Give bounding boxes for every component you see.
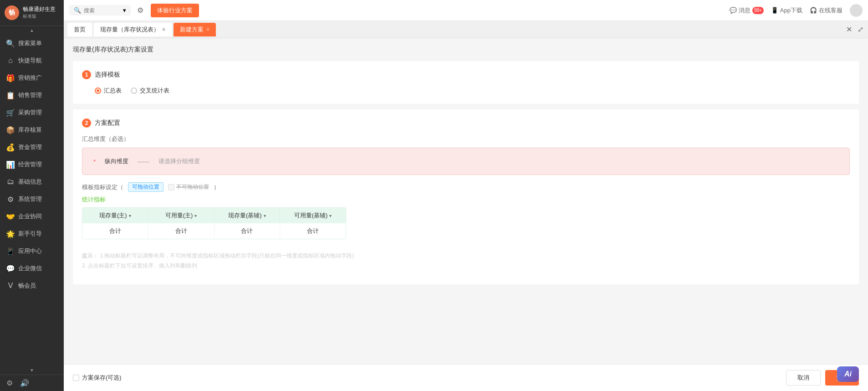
tab-inventory-close[interactable]: × bbox=[162, 26, 165, 33]
topbar-search-box[interactable]: 🔍 ▾ bbox=[69, 5, 131, 15]
tab-new-scheme[interactable]: 新建方案 × bbox=[174, 23, 216, 36]
sidebar-bottom: ⚙ 🔊 bbox=[0, 375, 64, 391]
customer-service-label: 在线客服 bbox=[819, 6, 842, 15]
phone-icon: 📱 bbox=[6, 247, 15, 255]
dropdown-arrow[interactable]: ▾ bbox=[123, 7, 126, 14]
customer-service-btn[interactable]: 🎧 在线客服 bbox=[810, 6, 842, 15]
trial-btn[interactable]: 体验行业方案 bbox=[151, 4, 199, 17]
col-2-chevron[interactable]: ▾ bbox=[194, 213, 197, 218]
sidebar-scroll-down[interactable]: ▼ bbox=[0, 366, 64, 375]
tip-2: 2. 点击标题栏下拉可设置排序、插入列和删除列 bbox=[82, 261, 850, 271]
message-btn[interactable]: 💬 消息 99+ bbox=[730, 6, 764, 15]
page-title: 现存量(库存状况表)方案设置 bbox=[73, 46, 859, 54]
col-2-label: 可用量(主) bbox=[165, 211, 193, 220]
sidebar-item-purchase[interactable]: 🛒 采购管理 bbox=[0, 104, 64, 121]
footer-bar: 方案保存(可选) 取消 查询 bbox=[64, 364, 868, 391]
search-icon: 🔍 bbox=[6, 39, 15, 47]
message-icon: 💬 bbox=[730, 7, 737, 14]
app-download-btn[interactable]: 📱 App下载 bbox=[771, 6, 802, 15]
tab-home[interactable]: 首页 bbox=[67, 23, 92, 36]
speaker-bottom-icon[interactable]: 🔊 bbox=[20, 379, 29, 387]
sidebar-scroll-up[interactable]: ▲ bbox=[0, 26, 64, 35]
app-edition: 标准版 bbox=[23, 13, 56, 20]
sidebar-item-label: 快捷导航 bbox=[18, 57, 42, 65]
headset-icon: 🎧 bbox=[810, 7, 817, 14]
indicator-settings: 模板指标设定（ 可拖动位置 不可拖动位置 ） 统计指标 现存量(主) ▾ bbox=[82, 182, 850, 239]
user-avatar[interactable] bbox=[850, 4, 863, 17]
dimension-dash: —— bbox=[138, 158, 149, 165]
ai-float-btn[interactable]: Ai bbox=[837, 366, 859, 382]
step2-badge: 2 bbox=[82, 118, 91, 128]
non-draggable-tag: 不可拖动位置 bbox=[168, 183, 209, 191]
tabbar-controls: ✕ ⤢ bbox=[845, 24, 864, 35]
col-1-header[interactable]: 现存量(主) ▾ bbox=[82, 208, 148, 223]
radio-summary-circle bbox=[95, 87, 101, 94]
section-config: 2 方案配置 汇总维度（必选） * 纵向维度 —— 请选择分组维度 模板指标设定… bbox=[73, 109, 859, 284]
save-checkbox-box[interactable] bbox=[73, 375, 79, 381]
folder-icon: 🗂 bbox=[6, 178, 15, 186]
dimension-area[interactable]: * 纵向维度 —— 请选择分组维度 bbox=[82, 148, 850, 175]
save-checkbox[interactable]: 方案保存(可选) bbox=[73, 374, 122, 382]
handshake-icon: 🤝 bbox=[6, 212, 15, 221]
search-icon: 🔍 bbox=[74, 7, 81, 14]
col-1-label: 现存量(主) bbox=[99, 211, 127, 220]
sidebar-item-label: 销售管理 bbox=[18, 91, 42, 99]
sidebar-item-inventory[interactable]: 📦 库存核算 bbox=[0, 121, 64, 139]
vertical-dimension-label: 纵向维度 bbox=[105, 157, 128, 165]
sidebar-item-enterprise[interactable]: 🤝 企业协同 bbox=[0, 208, 64, 225]
col-2-body: 合计 bbox=[148, 223, 214, 239]
sales-icon: 📋 bbox=[6, 91, 15, 99]
app-name: 畅康通好生意 bbox=[23, 6, 56, 13]
logo-icon: 畅 bbox=[5, 5, 19, 20]
sidebar-item-operation[interactable]: 📊 经营管理 bbox=[0, 156, 64, 173]
col-3-chevron[interactable]: ▾ bbox=[264, 213, 266, 218]
tab-new-scheme-label: 新建方案 bbox=[180, 26, 204, 34]
main-area: 🔍 ▾ ⚙ 体验行业方案 💬 消息 99+ 📱 App下载 🎧 在线客服 bbox=[64, 0, 868, 391]
sidebar-item-member[interactable]: V 畅会员 bbox=[0, 277, 64, 294]
sidebar-item-system[interactable]: ⚙ 系统管理 bbox=[0, 190, 64, 208]
cancel-button[interactable]: 取消 bbox=[786, 370, 821, 386]
sidebar-item-label: 采购管理 bbox=[18, 108, 42, 117]
tip-1: 1.拖动标题栏可以调整布局，不可跨维度或指标区域拖动栏目字段(只能在同一维度或指… bbox=[100, 252, 354, 259]
stats-body: 合计 合计 合计 合计 bbox=[82, 223, 346, 239]
search-input[interactable] bbox=[84, 7, 120, 14]
close-panel-btn[interactable]: ✕ bbox=[845, 24, 853, 35]
col-4-header[interactable]: 可用量(基辅) ▾ bbox=[280, 208, 346, 223]
tip-title: 提示： 1.拖动标题栏可以调整布局，不可跨维度或指标区域拖动栏目字段(只能在同一… bbox=[82, 251, 850, 261]
tips-section: 提示： 1.拖动标题栏可以调整布局，不可跨维度或指标区域拖动栏目字段(只能在同一… bbox=[82, 247, 850, 275]
sidebar-item-finance[interactable]: 💰 资金管理 bbox=[0, 139, 64, 156]
section1-title: 选择模板 bbox=[95, 71, 120, 79]
topbar-gear-icon[interactable]: ⚙ bbox=[137, 6, 143, 15]
radio-cross-label: 交叉统计表 bbox=[140, 87, 169, 95]
settings-bottom-icon[interactable]: ⚙ bbox=[6, 379, 13, 387]
radio-cross-circle bbox=[131, 87, 137, 94]
tab-inventory-label: 现存量（库存状况表） bbox=[100, 26, 159, 34]
sidebar-item-label: 搜索菜单 bbox=[18, 39, 42, 47]
step1-badge: 1 bbox=[82, 70, 91, 79]
sidebar-item-sales[interactable]: 📋 销售管理 bbox=[0, 87, 64, 104]
sidebar-item-app[interactable]: 📱 应用中心 bbox=[0, 242, 64, 260]
sidebar-logo: 畅 畅康通好生意 标准版 bbox=[0, 0, 64, 26]
radio-cross[interactable]: 交叉统计表 bbox=[131, 87, 169, 95]
expand-panel-btn[interactable]: ⤢ bbox=[857, 24, 864, 35]
home-icon: ⌂ bbox=[6, 57, 15, 65]
sidebar-nav: 🔍 搜索菜单 ⌂ 快捷导航 🎁 营销推广 📋 销售管理 🛒 采购管理 📦 库存核… bbox=[0, 35, 64, 366]
tab-inventory-status[interactable]: 现存量（库存状况表） × bbox=[94, 23, 172, 36]
sidebar-item-wechat[interactable]: 💬 企业微信 bbox=[0, 260, 64, 277]
sidebar-item-base[interactable]: 🗂 基础信息 bbox=[0, 173, 64, 190]
tab-new-scheme-close[interactable]: × bbox=[206, 26, 209, 33]
radio-summary[interactable]: 汇总表 bbox=[95, 87, 122, 95]
vip-icon: V bbox=[6, 282, 15, 290]
message-badge: 99+ bbox=[752, 7, 764, 14]
col-1-chevron[interactable]: ▾ bbox=[129, 213, 131, 218]
sidebar-item-nav[interactable]: ⌂ 快捷导航 bbox=[0, 52, 64, 69]
col-2-header[interactable]: 可用量(主) ▾ bbox=[148, 208, 214, 223]
save-checkbox-label: 方案保存(可选) bbox=[82, 374, 122, 382]
sidebar-item-search[interactable]: 🔍 搜索菜单 bbox=[0, 35, 64, 52]
sidebar-item-marketing[interactable]: 🎁 营销推广 bbox=[0, 69, 64, 87]
gear-icon: ⚙ bbox=[6, 195, 15, 203]
col-3-header[interactable]: 现存量(基辅) ▾ bbox=[214, 208, 281, 223]
col-3-body: 合计 bbox=[214, 223, 281, 239]
sidebar-item-newbie[interactable]: 🌟 新手引导 bbox=[0, 225, 64, 242]
col-4-chevron[interactable]: ▾ bbox=[329, 213, 332, 218]
